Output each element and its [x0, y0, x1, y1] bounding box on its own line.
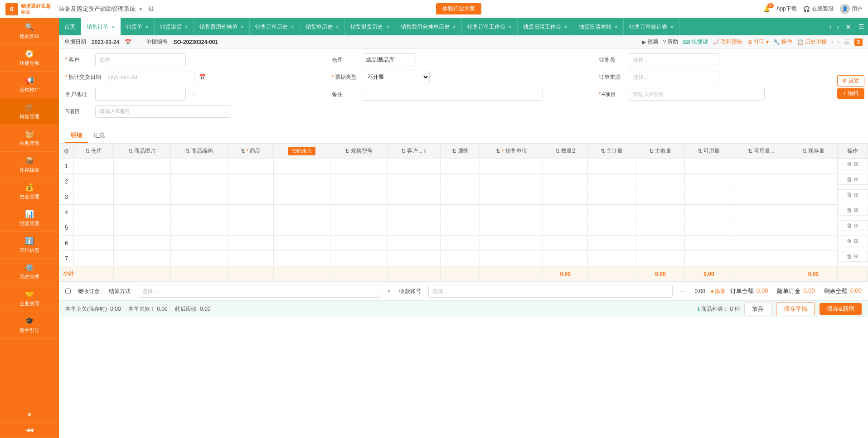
payment-account-input[interactable] — [428, 285, 673, 298]
salesperson-input[interactable] — [629, 53, 719, 66]
delete-row-6-icon[interactable]: 🗑 — [847, 238, 852, 244]
tab-sales-order[interactable]: 销售订单 ✕ — [81, 18, 121, 35]
sidebar-item-info[interactable]: ℹ️ 基础信息 — [0, 232, 59, 259]
print-btn[interactable]: 🖨 打印 ▾ — [747, 38, 769, 46]
delete-row-5-icon[interactable]: 🗑 — [847, 222, 852, 229]
settings-panel-btn[interactable]: ⚙ 设置 — [837, 75, 864, 87]
payment-account-more[interactable]: ··· — [680, 288, 684, 294]
tab-summary[interactable]: 汇总 — [88, 129, 111, 143]
tab-reconcile[interactable]: 钱货日清对账 ✕ — [573, 18, 624, 35]
row-image-1[interactable] — [113, 159, 171, 174]
tab-return-history[interactable]: 销货退货历史 ✕ — [345, 18, 395, 35]
row-product-1[interactable] — [228, 159, 273, 174]
copy-row-1-icon[interactable]: ⊞ — [854, 161, 858, 167]
delivery-date-input[interactable] — [104, 71, 194, 83]
history-btn[interactable]: 📋 历史单据 — [797, 38, 827, 46]
sidebar-item-management[interactable]: 📊 经营管理 — [0, 205, 59, 232]
row-warehouse-1[interactable] — [74, 159, 114, 174]
close-return-history-tab[interactable]: ✕ — [386, 24, 389, 29]
warehouse-more-btn[interactable]: ··· — [399, 57, 403, 63]
delete-row-2-icon[interactable]: 🗑 — [847, 176, 852, 183]
customer-input[interactable] — [95, 53, 186, 66]
sidebar-item-collab[interactable]: 🤝 企业协同 — [0, 285, 59, 312]
tab-expense-history[interactable]: 销售费用分摊单历史 ✕ — [395, 18, 462, 35]
sidebar-settings[interactable]: ⚙ — [0, 407, 59, 423]
row-sku-1[interactable] — [171, 159, 228, 174]
delete-row-3-icon[interactable]: 🗑 — [847, 192, 852, 198]
scan-btn[interactable]: 扫码录入 — [288, 147, 315, 155]
row-avail-1[interactable] — [684, 159, 733, 174]
sidebar-item-purchase[interactable]: 🧺 采购管理 — [0, 125, 59, 152]
tab-home[interactable]: 首页 — [59, 18, 81, 35]
remark-input[interactable] — [362, 88, 543, 101]
settings-top-icon[interactable]: ⚙ — [148, 5, 154, 13]
copy-row-6-icon[interactable]: ⊞ — [854, 238, 858, 244]
sidebar-item-guide[interactable]: 🎓 新手引导 — [0, 312, 59, 339]
user-area[interactable]: 👤 用户 — [840, 4, 863, 14]
print-dropdown-icon[interactable]: ▾ — [766, 39, 769, 45]
sidebar-item-nav[interactable]: 🧭 快捷导航 — [0, 45, 59, 72]
copy-row-3-icon[interactable]: ⊞ — [854, 192, 858, 198]
nav-prev-arrow[interactable]: ‹ — [827, 23, 834, 30]
one-click-checkbox-label[interactable]: 一键收订金 — [65, 288, 100, 295]
grid-view-icon[interactable]: ⊞ — [854, 39, 863, 46]
row-avail2-1[interactable] — [733, 159, 789, 174]
tab-order-workbench[interactable]: 销售订单工作台 ✕ — [462, 18, 518, 35]
add-payment-btn[interactable]: ● 添加 — [711, 288, 726, 295]
tab-expense-split[interactable]: 销售费用分摊单 ✕ — [194, 18, 250, 35]
tab-detail[interactable]: 明细 — [65, 129, 88, 143]
list-view-icon[interactable]: ☰ — [844, 39, 850, 46]
close-expense-tab[interactable]: ✕ — [240, 24, 244, 29]
discard-button[interactable]: 放弃 — [744, 303, 771, 315]
copy-row-5-icon[interactable]: ⊞ — [854, 222, 858, 229]
sidebar-item-inventory[interactable]: 📦 库存核算 — [0, 152, 59, 178]
one-click-checkbox[interactable] — [65, 289, 71, 294]
address-more-btn[interactable]: ··· — [190, 91, 195, 97]
app-download-link[interactable]: App下载 — [776, 5, 797, 13]
row-main-qty-1[interactable] — [636, 159, 684, 174]
row-main-unit-1[interactable] — [587, 159, 636, 174]
tab-order-history[interactable]: 销售订单历史 ✕ — [250, 18, 300, 35]
close-sales-invoice-tab[interactable]: ✕ — [145, 24, 149, 29]
invoice-type-select[interactable]: 不开票 — [362, 71, 430, 83]
solution-button[interactable]: 体验行业方案 — [436, 3, 481, 14]
close-expense-history-tab[interactable]: ✕ — [452, 24, 456, 29]
nav-right-icon[interactable]: › — [838, 39, 839, 45]
close-sales-order-tab[interactable]: ✕ — [111, 24, 115, 29]
nav-menu[interactable]: ☰ — [855, 23, 868, 30]
save-new-button[interactable]: 保存&新增 — [820, 303, 862, 315]
tab-daily-clear[interactable]: 钱货日清工作台 ✕ — [518, 18, 573, 35]
system-dropdown-icon[interactable]: ▾ — [139, 5, 142, 13]
project-a-input[interactable] — [629, 88, 765, 101]
salesperson-more-btn[interactable]: ··· — [724, 57, 728, 63]
warehouse-input[interactable] — [362, 53, 416, 66]
order-source-input[interactable] — [629, 71, 719, 83]
date-picker-icon[interactable]: 📅 — [199, 74, 206, 80]
close-invoice-history-tab[interactable]: ✕ — [335, 24, 339, 29]
delete-row-4-icon[interactable]: 🗑 — [847, 207, 852, 213]
close-stats-tab[interactable]: ✕ — [670, 24, 674, 29]
view-video-btn[interactable]: ▶ 视频 — [642, 38, 658, 46]
sidebar-item-finance[interactable]: 💰 资金管理 — [0, 178, 59, 205]
project-b-input[interactable] — [95, 105, 231, 118]
help-btn[interactable]: ? 帮助 — [663, 38, 678, 46]
close-order-history-tab[interactable]: ✕ — [291, 24, 294, 29]
copy-row-2-icon[interactable]: ⊞ — [854, 176, 858, 183]
tab-stats[interactable]: 销售订单统计表 ✕ — [624, 18, 679, 35]
delete-row-7-icon[interactable]: 🗑 — [847, 253, 852, 260]
table-settings-icon[interactable]: ⚙ — [63, 148, 69, 155]
row-qty2-1[interactable] — [543, 159, 587, 174]
ops-btn[interactable]: 🔧 操作 — [773, 38, 792, 46]
col-settings[interactable]: ⚙ — [59, 144, 74, 159]
row-attr-1[interactable] — [440, 159, 480, 174]
address-input[interactable] — [95, 88, 186, 101]
notification-bell[interactable]: 🔔 9 — [763, 6, 770, 12]
profit-btn[interactable]: 📈 毛利预告 — [713, 38, 742, 46]
customer-more-btn[interactable]: ··· — [190, 57, 195, 63]
tab-sales-invoice[interactable]: 销货单 ✕ — [121, 18, 155, 35]
nav-next-arrow[interactable]: › — [834, 23, 842, 30]
nav-close-all[interactable]: ✕ — [842, 23, 855, 31]
sidebar-item-sales[interactable]: 🛒 销售管理 — [0, 98, 59, 125]
sidebar-collapse[interactable]: ◀◀ — [0, 423, 59, 438]
row-cust-code-1[interactable] — [388, 159, 441, 174]
